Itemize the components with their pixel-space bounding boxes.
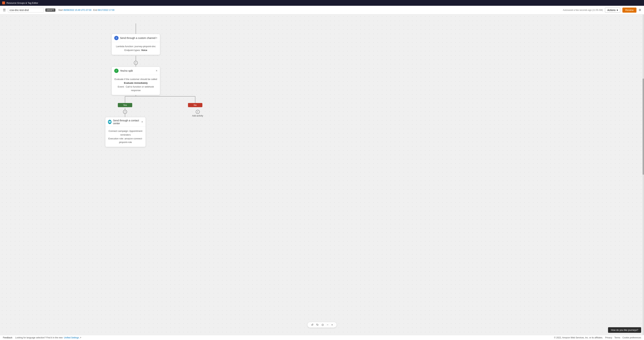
check-icon: ✓ [114, 69, 118, 73]
yes-no-title: Yes/no split [120, 69, 133, 72]
header: ☰ DRAFT Start 06/08/2022 15:49 UTC-07:00… [0, 6, 644, 15]
autosaved-text: Autosaved a few seconds ago (11:55 AM) [563, 9, 603, 11]
header-right: Autosaved a few seconds ago (11:55 AM) A… [563, 8, 641, 13]
contact-header-group: ☎ Send through a contact center [108, 119, 142, 125]
copyright: © 2022, Amazon Web Services, Inc. or its… [554, 336, 603, 339]
contact-center-title: Send through a contact center [113, 119, 142, 125]
feedback-link[interactable]: Feedback [3, 336, 12, 339]
actions-button[interactable]: Actions ▾ [605, 8, 620, 13]
redo-button[interactable]: ↻ [316, 323, 318, 326]
custom-channel-card: λ Send through a custom channel × Lambda… [112, 34, 160, 55]
bottombar: Feedback Looking for language selection?… [0, 335, 644, 340]
contact-center-card: ☎ Send through a contact center × Connec… [105, 117, 146, 147]
feedback-toast: How do you like journeys? [608, 327, 641, 333]
add-circle-icon: + [196, 110, 200, 114]
evaluate-label: Evaluate immediately [124, 82, 148, 84]
add-activity-label: Add activity [192, 115, 203, 117]
end-label: End [93, 9, 97, 11]
plus-btn-1[interactable]: + [134, 61, 138, 65]
yes-no-body: Evaluate if the customer should be calle… [112, 75, 160, 95]
contact-center-header: ☎ Send through a contact center × [106, 117, 146, 127]
end-date[interactable]: 06/17/2022 17:00 [98, 9, 114, 11]
card-title-group: λ Send through a custom channel [114, 36, 156, 40]
canvas-toolbar: ↺ ↻ ⊙ − + [307, 322, 337, 328]
footer-links: © 2022, Amazon Web Services, Inc. or its… [554, 336, 641, 339]
flow-connectors [0, 15, 644, 335]
custom-channel-title: Send through a custom channel [120, 37, 156, 40]
custom-channel-close[interactable]: × [156, 37, 158, 40]
fit-button[interactable]: ⊙ [322, 323, 324, 326]
zoom-out-button[interactable]: − [327, 323, 328, 326]
zoom-in-button[interactable]: + [331, 323, 333, 326]
start-label: Start [58, 9, 63, 11]
event-info: Event: Call to function or webhook respo… [114, 85, 158, 93]
plus-btn-yes[interactable]: + [123, 110, 127, 114]
yes-no-card: ✓ Yes/no split × Evaluate if the custome… [112, 67, 160, 95]
contact-center-body: Connect campaign: Appointment reminders … [106, 127, 146, 147]
review-button[interactable]: Review [622, 8, 636, 13]
connect-campaign: Connect campaign: Appointment reminders [108, 129, 143, 137]
settings-icon[interactable]: ⚙ [638, 8, 641, 12]
menu-icon[interactable]: ☰ [3, 8, 6, 12]
unified-settings-link[interactable]: Unified Settings [64, 336, 79, 339]
lambda-icon: λ [114, 36, 118, 40]
yes-no-header: ✓ Yes/no split × [112, 67, 160, 75]
start-date[interactable]: 06/08/2022 15:49 UTC-07:00 [64, 9, 92, 11]
app-logo [2, 2, 5, 4]
canvas: λ Send through a custom channel × Lambda… [0, 15, 644, 335]
external-link-icon: ↗ [80, 336, 81, 339]
add-activity-no[interactable]: + Add activity [192, 110, 203, 117]
custom-channel-body: Lambda function: journey-pinpoint-dnc En… [112, 42, 160, 55]
endpoint-types: Endpoint types: Voice [114, 49, 158, 52]
scrollbar-thumb[interactable] [642, 79, 644, 175]
contact-center-close[interactable]: × [142, 121, 143, 123]
privacy-link[interactable]: Privacy [605, 336, 612, 339]
chevron-down-icon: ▾ [617, 9, 618, 12]
yes-branch-label[interactable]: Yes [118, 103, 132, 107]
custom-channel-header: λ Send through a custom channel × [112, 34, 160, 42]
no-branch-label[interactable]: No [188, 103, 202, 107]
draft-badge: DRAFT [45, 9, 56, 12]
info-text: Looking for language selection? Find it … [15, 336, 82, 339]
date-info: Start 06/08/2022 15:49 UTC-07:00 End 06/… [58, 9, 114, 11]
yes-no-description: Evaluate if the customer should be calle… [114, 78, 158, 81]
cookie-link[interactable]: Cookie preferences [622, 336, 641, 339]
contact-icon: ☎ [108, 120, 112, 124]
scrollbar-right[interactable] [642, 15, 644, 335]
journey-name-input[interactable] [8, 8, 44, 13]
actions-label: Actions [607, 9, 616, 12]
undo-button[interactable]: ↺ [311, 323, 313, 326]
yes-no-title-group: ✓ Yes/no split [114, 69, 133, 73]
execution-role: Execution role: amazon-connect-pinpoint-… [108, 137, 143, 144]
topbar: Resource Groups & Tag Editor [0, 0, 644, 6]
lambda-function: Lambda function: journey-pinpoint-dnc [114, 45, 158, 49]
terms-link[interactable]: Terms [614, 336, 620, 339]
yes-no-close[interactable]: × [156, 69, 158, 72]
topbar-title: Resource Groups & Tag Editor [6, 2, 38, 4]
